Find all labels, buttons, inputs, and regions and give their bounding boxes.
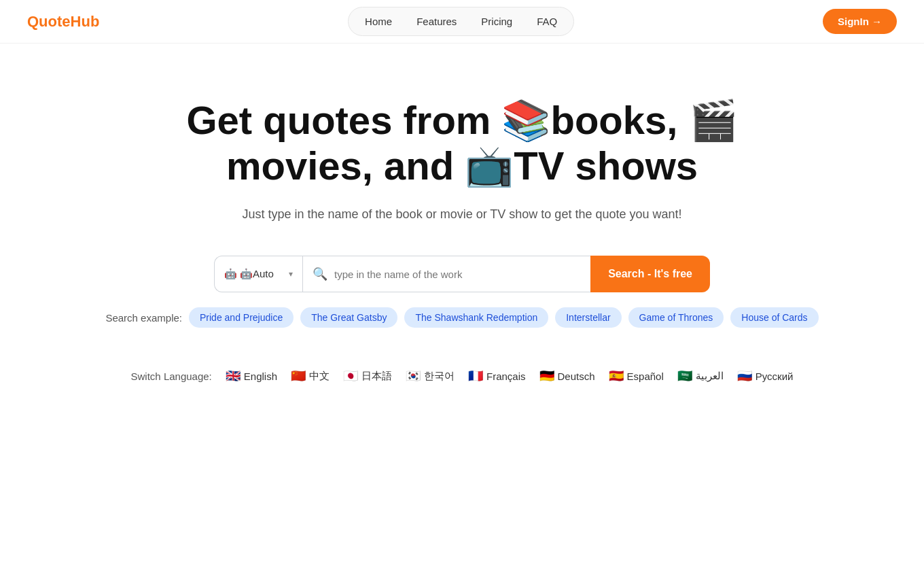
search-input-wrap: 🔍	[302, 256, 590, 292]
language-dropdown[interactable]: 🤖 🤖Auto ▾	[214, 256, 302, 292]
flag-korean: 🇰🇷	[406, 368, 421, 383]
flag-arabic: 🇸🇦	[677, 368, 692, 383]
flag-chinese: 🇨🇳	[291, 368, 306, 383]
lang-french[interactable]: 🇫🇷 Français	[468, 368, 526, 383]
nav-pricing[interactable]: Pricing	[470, 12, 523, 31]
lang-french-label: Français	[486, 371, 526, 382]
logo[interactable]: QuoteHub	[27, 13, 99, 31]
language-switcher: Switch Language: 🇬🇧 English 🇨🇳 中文 🇯🇵 日本語…	[131, 368, 794, 383]
lang-korean[interactable]: 🇰🇷 한국어	[406, 368, 455, 383]
search-icon: 🔍	[313, 267, 327, 281]
nav-features[interactable]: Features	[406, 12, 467, 31]
flag-spanish: 🇪🇸	[609, 368, 624, 383]
hero-subtitle: Just type in the name of the book or mov…	[242, 207, 681, 222]
lang-german-label: Deutsch	[558, 371, 595, 382]
flag-french: 🇫🇷	[468, 368, 483, 383]
example-tag-5[interactable]: House of Cards	[730, 307, 818, 328]
nav-links: Home Features Pricing FAQ	[348, 7, 574, 36]
lang-arabic-label: العربية	[696, 370, 724, 382]
example-tag-0[interactable]: Pride and Prejudice	[189, 307, 294, 328]
flag-german: 🇩🇪	[539, 368, 554, 383]
lang-chinese-label: 中文	[309, 370, 330, 383]
flag-english: 🇬🇧	[226, 368, 241, 383]
nav-faq[interactable]: FAQ	[526, 12, 568, 31]
search-examples: Search example: Pride and Prejudice The …	[105, 307, 818, 328]
search-button[interactable]: Search - It's free	[590, 256, 710, 292]
flag-russian: 🇷🇺	[737, 368, 752, 383]
auto-label: 🤖Auto	[240, 268, 274, 280]
lang-german[interactable]: 🇩🇪 Deutsch	[539, 368, 595, 383]
lang-chinese[interactable]: 🇨🇳 中文	[291, 368, 330, 383]
example-tag-4[interactable]: Game of Thrones	[628, 307, 724, 328]
flag-japanese: 🇯🇵	[343, 368, 358, 383]
signin-button[interactable]: SignIn →	[823, 9, 897, 34]
nav-home[interactable]: Home	[354, 12, 403, 31]
hero-section: Get quotes from 📚books, 🎬movies, and 📺TV…	[0, 44, 924, 424]
lang-english[interactable]: 🇬🇧 English	[226, 368, 277, 383]
lang-russian[interactable]: 🇷🇺 Русский	[737, 368, 794, 383]
lang-spanish[interactable]: 🇪🇸 Español	[609, 368, 664, 383]
chevron-down-icon: ▾	[289, 269, 293, 279]
search-input[interactable]	[334, 269, 581, 280]
navbar: QuoteHub Home Features Pricing FAQ SignI…	[0, 0, 924, 44]
search-bar: 🤖 🤖Auto ▾ 🔍 Search - It's free	[214, 256, 710, 292]
example-tag-1[interactable]: The Great Gatsby	[300, 307, 397, 328]
lang-english-label: English	[244, 371, 277, 382]
lang-korean-label: 한국어	[424, 370, 455, 383]
example-tag-3[interactable]: Interstellar	[555, 307, 621, 328]
example-tag-2[interactable]: The Shawshank Redemption	[404, 307, 548, 328]
lang-japanese-label: 日本語	[361, 370, 392, 383]
examples-label: Search example:	[105, 312, 182, 324]
lang-russian-label: Русский	[756, 371, 794, 382]
auto-icon: 🤖	[224, 268, 237, 280]
lang-spanish-label: Español	[627, 371, 664, 382]
lang-switcher-label: Switch Language:	[131, 371, 212, 382]
lang-arabic[interactable]: 🇸🇦 العربية	[677, 368, 724, 383]
lang-japanese[interactable]: 🇯🇵 日本語	[343, 368, 392, 383]
hero-title: Get quotes from 📚books, 🎬movies, and 📺TV…	[156, 98, 768, 188]
